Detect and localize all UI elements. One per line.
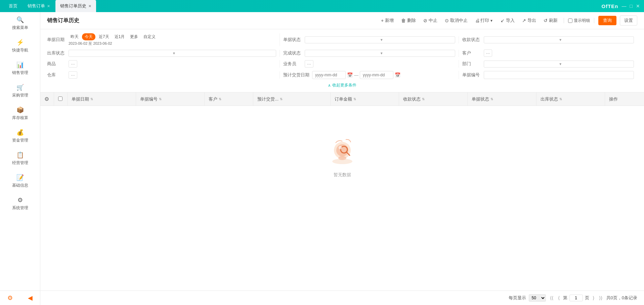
settings-button[interactable]: 设置 [620, 15, 637, 26]
sidebar-item-sales[interactable]: 📊 销售管理 [0, 57, 40, 80]
filter-area: 单据日期 昨天 今天 近7天 近1月 更多 自定义 2023-06-02 至 2… [40, 29, 644, 92]
tab-sales-order-close[interactable]: ✕ [47, 4, 50, 8]
show-detail-toggle[interactable]: 显示明细 [568, 18, 590, 24]
print-button[interactable]: 🖨 打印 ▼ [473, 16, 495, 25]
delivery-date-start[interactable] [312, 71, 346, 79]
first-page-button[interactable]: ⟨⟨ [549, 295, 555, 301]
sidebar-item-purchase[interactable]: 🛒 采购管理 [0, 80, 40, 102]
sidebar-item-system[interactable]: ⚙ 系统管理 [0, 192, 40, 215]
th-date-sort: 单据日期 ⇅ [72, 96, 132, 102]
finance-icon: 💰 [16, 129, 24, 136]
per-page-label: 每页显示 [509, 295, 526, 301]
add-label: 新增 [385, 17, 394, 24]
select-all-checkbox[interactable] [58, 97, 62, 101]
th-delivery-sort-icon[interactable]: ⇅ [280, 97, 283, 101]
th-payment-sort-icon[interactable]: ⇅ [422, 97, 425, 101]
sidebar-collapse-button[interactable]: ◀ [28, 294, 33, 302]
refresh-button[interactable]: ↺ 刷新 [542, 16, 560, 25]
table-header-row: ⚙ 单据日期 ⇅ 单据编号 [40, 92, 644, 106]
sidebar-item-inventory[interactable]: 📦 库存核算 [0, 102, 40, 125]
th-customer-label: 客户 [209, 96, 217, 102]
sidebar-item-search[interactable]: 🔍 搜索菜单 [0, 12, 40, 35]
quick-nav-icon: ⚡ [16, 39, 24, 46]
purchase-icon: 🛒 [16, 84, 24, 91]
warehouse-picker-button[interactable]: ··· [69, 71, 77, 79]
pagination: ⟨⟨ ⟨ 第 页 ⟩ ⟩⟩ [549, 295, 604, 301]
bill-number-input[interactable] [484, 71, 634, 79]
filter-salesperson: 业务员 ··· [280, 60, 459, 68]
7days-btn[interactable]: 近7天 [97, 33, 111, 40]
sidebar-item-purchase-label: 采购管理 [12, 92, 28, 98]
delivery-date-end[interactable] [360, 71, 393, 79]
page-input[interactable] [569, 295, 583, 301]
refresh-icon: ↺ [544, 18, 548, 23]
tab-sales-order[interactable]: 销售订单 ✕ [23, 0, 55, 12]
collapse-button[interactable]: ∧ 收起更多条件 [47, 82, 637, 88]
th-customer-sort-icon[interactable]: ⇅ [219, 97, 221, 101]
show-detail-checkbox[interactable] [568, 18, 572, 23]
import-label: 导入 [506, 17, 515, 24]
table-footer: 每页显示 50 10 20 100 ⟨⟨ ⟨ 第 页 ⟩ ⟩⟩ 共0页，0条记录 [40, 291, 644, 305]
out-status-select[interactable]: ▼ [69, 50, 276, 57]
per-page-select[interactable]: 50 10 20 100 [529, 294, 546, 302]
query-button[interactable]: 查询 [598, 16, 616, 25]
tab-sales-order-history[interactable]: 销售订单历史 ✕ [55, 0, 96, 12]
th-out-label: 出库状态 [541, 96, 558, 102]
complete-status-select[interactable]: ▼ [305, 50, 455, 57]
cancel-stop-button[interactable]: ⊙ 取消中止 [443, 16, 470, 25]
th-delivery-label: 预计交货... [257, 96, 278, 102]
payment-status-select[interactable]: ▼ [484, 36, 634, 43]
tab-sales-order-history-close[interactable]: ✕ [88, 4, 91, 8]
salesperson-picker-button[interactable]: ··· [305, 60, 313, 68]
import-button[interactable]: ↙ 导入 [499, 16, 517, 25]
tab-home[interactable]: 首页 [4, 0, 22, 12]
tab-sales-order-history-label: 销售订单历史 [60, 3, 86, 9]
goods-picker-button[interactable]: ··· [69, 60, 77, 68]
out-status-label: 出库状态 [47, 50, 66, 56]
goods-label: 商品 [47, 61, 66, 67]
sidebar-item-quick-nav[interactable]: ⚡ 快捷导航 [0, 35, 40, 57]
th-bill-label: 单据状态 [472, 96, 489, 102]
system-icon: ⚙ [17, 196, 23, 204]
th-out-sort-icon[interactable]: ⇅ [559, 97, 562, 101]
sidebar-item-finance[interactable]: 💰 资金管理 [0, 125, 40, 147]
prev-page-button[interactable]: ⟨ [557, 295, 561, 301]
today-btn[interactable]: 今天 [82, 33, 95, 40]
sidebar-item-operation[interactable]: 📋 经营管理 [0, 147, 40, 170]
stop-label: 中止 [429, 17, 437, 24]
export-button[interactable]: ↗ 导出 [520, 16, 538, 25]
sidebar-item-basic-info[interactable]: 📝 基础信息 [0, 170, 40, 192]
customer-picker-button[interactable]: ··· [484, 49, 492, 57]
th-number-sort-icon[interactable]: ⇅ [159, 97, 162, 101]
more-btn[interactable]: 更多 [128, 33, 140, 40]
1month-btn[interactable]: 近1月 [113, 33, 127, 40]
next-page-button[interactable]: ⟩ [591, 295, 596, 301]
tab-sales-order-label: 销售订单 [28, 3, 45, 9]
th-customer-sort: 客户 ⇅ [209, 96, 249, 102]
th-amount-sort-icon[interactable]: ⇅ [353, 97, 356, 101]
th-amount-label: 订单金额 [335, 96, 352, 102]
th-date-sort-icon[interactable]: ⇅ [90, 97, 93, 101]
sidebar-settings-button[interactable]: ⚙ [7, 294, 13, 302]
th-bill-status: 单据状态 ⇅ [468, 92, 536, 106]
delete-button[interactable]: 🗑 删除 [399, 16, 418, 25]
th-action-label: 操作 [609, 97, 618, 102]
th-bill-sort-icon[interactable]: ⇅ [490, 97, 493, 101]
minimize-button[interactable]: — [622, 3, 627, 9]
th-out-status: 出库状态 ⇅ [536, 92, 605, 106]
yesterday-btn[interactable]: 昨天 [69, 33, 81, 40]
customer-label: 客户 [462, 50, 481, 56]
gear-icon[interactable]: ⚙ [44, 96, 49, 102]
close-button[interactable]: ✕ [636, 3, 640, 9]
stop-button[interactable]: ⊘ 中止 [421, 16, 439, 25]
collapse-arrow-icon: ∧ [328, 83, 331, 88]
last-page-button[interactable]: ⟩⟩ [598, 295, 604, 301]
custom-btn[interactable]: 自定义 [141, 33, 158, 40]
th-amount: 订单金额 ⇅ [330, 92, 399, 106]
department-select[interactable]: ▼ [484, 61, 634, 68]
maximize-button[interactable]: □ [630, 3, 633, 9]
page-label: 第 [563, 295, 567, 301]
bill-status-select[interactable]: ▼ [305, 36, 455, 43]
th-checkbox [54, 92, 67, 106]
add-button[interactable]: + 新增 [379, 16, 396, 25]
